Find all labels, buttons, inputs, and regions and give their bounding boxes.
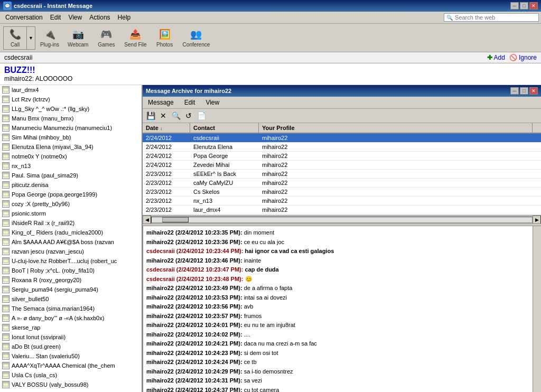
send-file-button[interactable]: 📤 Send File: [120, 26, 150, 50]
contact-item[interactable]: Lct Rzv (lctrzv): [0, 95, 142, 104]
contact-item[interactable]: razvan jescu (razvan_jescu): [0, 247, 142, 256]
contact-item[interactable]: The Semaca (sima.marian1964): [0, 304, 142, 313]
h-scroll-right[interactable]: ▶: [533, 216, 541, 224]
minimize-button[interactable]: ─: [510, 2, 519, 10]
archive-refresh-btn[interactable]: ↺: [183, 110, 194, 122]
svg-rect-9: [3, 125, 8, 126]
call-dropdown[interactable]: ▼: [27, 35, 35, 41]
col-contact[interactable]: Contact: [190, 123, 259, 133]
menu-view[interactable]: View: [65, 13, 85, 22]
phone-icon: 📞: [9, 28, 22, 41]
maximize-button[interactable]: □: [520, 2, 528, 10]
svg-rect-19: [3, 173, 8, 174]
table-row[interactable]: 2/23/2012sEEkEr^ Is Backmihairo22: [143, 170, 541, 179]
send-file-icon: 📤: [129, 28, 142, 41]
contact-item[interactable]: Popa George (popa.george1999): [0, 190, 142, 199]
contact-name: Roxana R (roxy_georgy20): [12, 277, 81, 283]
contact-item[interactable]: Usla Cs (usla_cs): [0, 370, 142, 380]
contact-item[interactable]: psionic.storm: [0, 209, 142, 218]
contact-item[interactable]: Alm $AAAA AAD A¥€@$A boss (razvan: [0, 237, 142, 247]
table-row[interactable]: 2/23/2012laur_dmx4mihairo22: [143, 206, 541, 214]
add-button[interactable]: ✚ Add: [487, 54, 505, 61]
contact-item[interactable]: BooT | Roby ;x^cL. (roby_fifa10): [0, 266, 142, 275]
contact-item[interactable]: iNsideR Rail :x (r_raii92): [0, 218, 142, 228]
cell-profile: mihairo22: [259, 206, 541, 214]
contact-icon: [2, 324, 10, 331]
contact-item[interactable]: Ionut Ionut (ssvipraii): [0, 332, 142, 342]
contact-item[interactable]: notme0x Y (notme0x): [0, 152, 142, 161]
contact-item[interactable]: Sim Mihai (mihboy_bb): [0, 133, 142, 142]
contact-item[interactable]: Valeriu... Stan (svaleriu50): [0, 351, 142, 361]
contact-item[interactable]: cozy :X (pretty_b0y96): [0, 199, 142, 209]
table-row[interactable]: 2/24/2012Zevedei Mihaimihairo22: [143, 161, 541, 170]
close-button[interactable]: ✕: [529, 2, 538, 10]
username-display: csdecsraii: [4, 54, 32, 61]
chat-sender: mihairo22 (2/24/2012 10:24:21 PM):: [146, 340, 242, 347]
conference-button[interactable]: 👥 Conference: [179, 26, 214, 50]
archive-minimize[interactable]: ─: [510, 87, 519, 95]
webcam-button[interactable]: 📷 Webcam: [64, 26, 92, 50]
col-date[interactable]: Date ↓: [143, 123, 190, 133]
contact-item[interactable]: King_of_ Riders (radu_miclea2000): [0, 228, 142, 237]
menu-actions[interactable]: Actions: [86, 13, 113, 22]
svg-rect-35: [3, 249, 8, 250]
chat-scrollbar[interactable]: [533, 226, 541, 392]
table-row[interactable]: 2/24/2012Popa Georgemihairo22: [143, 152, 541, 161]
contact-item[interactable]: Paul. Sima (paul_sima29): [0, 171, 142, 180]
archive-menu-edit[interactable]: Edit: [181, 98, 199, 107]
contact-item[interactable]: Manu Bmx (manu_bmx): [0, 114, 142, 123]
svg-rect-21: [3, 182, 8, 183]
contact-item[interactable]: A »- ø dany_boy'" ø -«A (sk.haxb0x): [0, 313, 142, 323]
contact-item[interactable]: silver_bullet50: [0, 294, 142, 304]
search-input[interactable]: [455, 14, 529, 21]
archive-close[interactable]: ✕: [529, 87, 538, 95]
col-profile[interactable]: Your Profile: [259, 123, 533, 133]
chat-sender: mihairo22 (2/24/2012 10:23:46 PM):: [146, 257, 242, 264]
table-row[interactable]: 2/23/2012nx_n13mihairo22: [143, 197, 541, 206]
archive-search-btn[interactable]: 🔍: [170, 110, 182, 122]
contact-name: razvan jescu (razvan_jescu): [12, 248, 84, 255]
table-row[interactable]: 2/23/2012Cs Skelosmihairo22: [143, 188, 541, 197]
h-scroll-left[interactable]: ◀: [143, 216, 151, 224]
contact-item[interactable]: piticutz.denisa: [0, 180, 142, 190]
contact-item[interactable]: Elenutza Elena (miyavi_3la_94): [0, 142, 142, 152]
table-row[interactable]: 2/24/2012Elenutza Elenamihairo22: [143, 143, 541, 152]
contact-name: Paul. Sima (paul_sima29): [12, 172, 78, 179]
archive-menu-view[interactable]: View: [202, 98, 222, 107]
contact-item[interactable]: U-cluj-love.hz RobberT....ucluj (robert_…: [0, 256, 142, 266]
contact-item[interactable]: Roxana R (roxy_georgy20): [0, 275, 142, 285]
table-body: 2/24/2012csdecsraiimihairo222/24/2012Ele…: [143, 134, 541, 215]
photos-button[interactable]: 🖼️ Photos: [152, 26, 178, 50]
contact-item[interactable]: nx_n13: [0, 161, 142, 171]
contact-item[interactable]: skerse_rap: [0, 323, 142, 332]
archive-close-btn[interactable]: ✕: [157, 110, 169, 122]
conference-icon: 👥: [190, 28, 202, 41]
menu-conversation[interactable]: Conversation: [2, 13, 46, 22]
menu-help[interactable]: Help: [115, 13, 134, 22]
archive-menu-message[interactable]: Message: [145, 98, 177, 107]
contact-item[interactable]: Manumeciu Manumeziu (manumeciu1): [0, 123, 142, 133]
h-scrollbar[interactable]: ◀ ▶: [143, 215, 541, 223]
archive-save-btn[interactable]: 💾: [145, 110, 156, 122]
h-scroll-thumb[interactable]: [162, 217, 189, 222]
contact-item[interactable]: LLg_Sky ^_^ wOw .:* (llg_sky): [0, 104, 142, 114]
archive-maximize[interactable]: □: [520, 87, 528, 95]
call-button[interactable]: 📞 Call: [4, 26, 27, 49]
plugins-button[interactable]: 🔌 Plug-ins: [36, 26, 63, 50]
table-row[interactable]: 2/23/2012caMy CaMylZUmihairo22: [143, 179, 541, 188]
archive-doc-btn[interactable]: 📄: [195, 110, 207, 122]
contact-item[interactable]: Sergiu_puma94 (sergiu_puma94): [0, 285, 142, 294]
archive-table-pane: Date ↓ Contact Your Profile 2/24/2012csd…: [143, 123, 541, 223]
contact-item[interactable]: laur_dmx4: [0, 85, 142, 95]
contact-item[interactable]: VALY BOSSU (valy_bossu98): [0, 380, 142, 389]
contact-item[interactable]: aDo Bt (sud.green): [0, 342, 142, 351]
h-scroll-track[interactable]: [151, 217, 533, 223]
contact-item[interactable]: AAAA^XqTr^AAAA Chemical (the_chem: [0, 361, 142, 370]
archive-title: Message Archive for mihairo22: [146, 88, 231, 94]
svg-rect-41: [3, 277, 8, 278]
table-row[interactable]: 2/24/2012csdecsraiimihairo22: [143, 134, 541, 143]
ignore-button[interactable]: 🚫 Ignore: [509, 54, 537, 61]
menu-edit[interactable]: Edit: [47, 13, 64, 22]
games-button[interactable]: 🎮 Games: [93, 26, 119, 50]
app-icon: 💬: [3, 2, 12, 10]
